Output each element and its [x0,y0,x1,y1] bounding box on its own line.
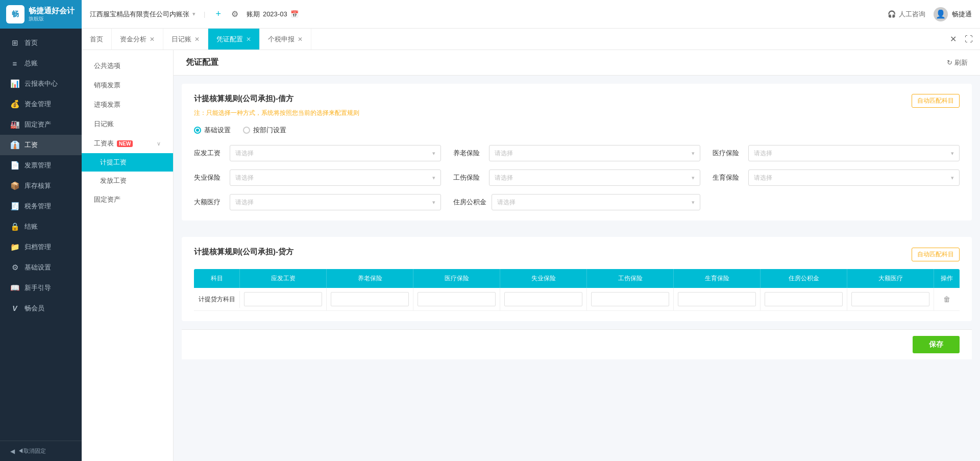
save-button[interactable]: 保存 [913,336,960,353]
tab-expand-btn[interactable]: ⛶ [962,33,976,46]
menu-public-options[interactable]: 公共选项 [82,56,173,76]
tab-home[interactable]: 首页 [82,29,112,50]
radio-dept-label: 按部门设置 [253,126,286,135]
input-shiye[interactable] [504,292,582,306]
label-zhufang: 住房公积金 [453,198,486,207]
headset-icon: 🎧 [888,10,896,18]
select-shengyu[interactable]: 请选择 ▾ [748,169,960,186]
th-yiliao: 医疗保险 [413,269,500,288]
logo-sub: 旗舰版 [29,15,75,22]
select-shiye[interactable]: 请选择 ▾ [230,169,441,186]
add-account-btn[interactable]: + [213,7,223,21]
radio-department[interactable]: 按部门设置 [243,126,286,135]
debit-note: 注：只能选择一种方式，系统将按照您当前的选择来配置规则 [194,109,960,117]
table-row: 计提贷方科目 🗑 [194,288,960,311]
menu-accrue-salary[interactable]: 计提工资 [82,153,173,172]
select-yiliao[interactable]: 请选择 ▾ [748,145,960,161]
calendar-icon[interactable]: 📅 [290,10,299,18]
period-label: 账期 [247,10,260,19]
debit-title: 计提核算规则(公司承担)-借方 [194,94,960,104]
td-shengyu-input[interactable] [674,288,761,310]
sidebar-item-invoice[interactable]: 📄 发票管理 [0,155,82,176]
avatar-icon: 👤 [936,9,946,19]
input-shengyu[interactable] [678,292,756,306]
debit-auto-match-btn[interactable]: 自动匹配科目 [912,94,960,108]
tab-journal-close[interactable]: ✕ [194,36,200,43]
td-gongshang-input[interactable] [587,288,674,310]
td-yingfa-input[interactable] [240,288,327,310]
tab-journal[interactable]: 日记账 ✕ [163,29,208,50]
select-daezhu[interactable]: 请选择 ▾ [230,194,441,210]
td-shiye-input[interactable] [500,288,587,310]
sidebar-label-report: 云报表中心 [24,79,58,88]
td-yanglao-input[interactable] [327,288,413,310]
input-yanglao[interactable] [331,292,409,306]
radio-basic[interactable]: 基础设置 [194,126,231,135]
sidebar-item-general-ledger[interactable]: ≡ 总账 [0,53,82,74]
td-row-label: 计提贷方科目 [194,291,240,308]
user-name: 畅捷通 [952,10,972,19]
guide-icon: 📖 [10,283,19,293]
input-yiliao[interactable] [418,292,496,306]
input-yingfa[interactable] [244,292,322,306]
field-gongshang-baoxian: 工伤保险 请选择 ▾ [453,169,700,186]
delete-row-icon[interactable]: 🗑 [943,295,950,303]
label-yiliao: 医疗保险 [713,149,743,158]
label-shengyu: 生育保险 [713,173,743,182]
td-zhufang-input[interactable] [761,288,847,310]
sidebar-item-basic-settings[interactable]: ⚙ 基础设置 [0,257,82,278]
tab-tax-close[interactable]: ✕ [298,36,303,43]
inventory-icon: 📦 [10,181,19,190]
tab-tax[interactable]: 个税申报 ✕ [260,29,311,50]
sidebar-item-fixed-assets[interactable]: 🏭 固定资产 [0,114,82,135]
service-btn[interactable]: 🎧 人工咨询 [888,10,925,19]
select-yanglao[interactable]: 请选择 ▾ [489,145,700,161]
tab-funds-analysis[interactable]: 资金分析 ✕ [112,29,163,50]
field-zhufang-gongjijin: 住房公积金 请选择 ▾ [453,194,700,210]
menu-purchase-invoice[interactable]: 进项发票 [82,95,173,114]
sidebar-item-guide[interactable]: 📖 新手引导 [0,278,82,298]
td-delete[interactable]: 🗑 [934,291,960,307]
logo-icon: 畅 [6,5,24,23]
label-shiye: 失业保险 [194,173,225,182]
select-gongshang[interactable]: 请选择 ▾ [489,169,700,186]
refresh-btn[interactable]: ↻ 刷新 [947,58,968,67]
sidebar-label-close: 结账 [24,222,38,231]
company-selector[interactable]: 江西服宝精品有限责任公司内账张 ▾ [90,10,195,19]
td-daezhu-input[interactable] [847,288,934,310]
sidebar-item-close[interactable]: 🔒 结账 [0,216,82,237]
cancel-fixed-btn[interactable]: ◀ ◀取消固定 [0,441,82,461]
tab-voucher-config[interactable]: 凭证配置 ✕ [208,29,260,50]
close-period-icon: 🔒 [10,222,19,231]
credit-section: 计提核算规则(公司承担)-贷方 自动匹配科目 科目 应发工资 养老保险 医疗保险… [182,237,972,321]
radio-basic-label: 基础设置 [204,126,231,135]
sidebar-item-member[interactable]: V 畅会员 [0,298,82,319]
menu-pay-salary[interactable]: 发放工资 [82,172,173,190]
tab-funds-close[interactable]: ✕ [150,36,155,43]
menu-fixed-assets[interactable]: 固定资产 [82,190,173,209]
credit-auto-match-btn[interactable]: 自动匹配科目 [912,248,960,261]
menu-salary-sheet[interactable]: 工资表 NEW ∨ [82,134,173,153]
settings-btn[interactable]: ⚙ [229,7,240,21]
tab-close-all-btn[interactable]: ✕ [947,32,960,46]
input-zhufang[interactable] [765,292,843,306]
select-yingfa[interactable]: 请选择 ▾ [230,145,441,161]
input-gongshang[interactable] [591,292,669,306]
invoice-icon: 📄 [10,161,19,170]
sidebar-item-cloud-report[interactable]: 📊 云报表中心 [0,74,82,94]
sidebar-item-funds[interactable]: 💰 资金管理 [0,94,82,114]
menu-journal[interactable]: 日记账 [82,114,173,134]
th-operation: 操作 [934,269,960,288]
sidebar-item-tax[interactable]: 🧾 税务管理 [0,196,82,216]
td-yiliao-input[interactable] [413,288,500,310]
input-daezhu[interactable] [851,292,929,306]
user-area[interactable]: 👤 畅捷通 [934,7,972,21]
sidebar-item-salary[interactable]: 👔 工资 [0,135,82,155]
tab-voucher-close[interactable]: ✕ [246,36,251,43]
select-zhufang[interactable]: 请选择 ▾ [492,194,700,210]
sidebar-item-home[interactable]: ⊞ 首页 [0,33,82,53]
sidebar-item-archive[interactable]: 📁 归档管理 [0,237,82,257]
sidebar-item-inventory[interactable]: 📦 库存核算 [0,176,82,196]
menu-sales-invoice[interactable]: 销项发票 [82,76,173,95]
company-dropdown-icon: ▾ [192,11,195,17]
